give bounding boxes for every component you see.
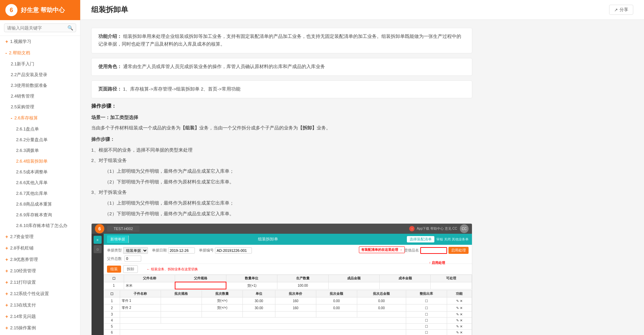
sidebar-item-label: 2.9优惠券管理 (10, 257, 38, 263)
step3-1: （1）上部明细为父件明细，最终作为原材料生成某它出库单； (91, 199, 472, 208)
annotation-assembly: ← 组装业务、拆卸业务在这里切换 (147, 267, 198, 272)
role-label: 使用角色： (98, 64, 122, 69)
sidebar: 6 好生意 帮助中心 🔍 + 1.视频学习 - 2.帮助文档 2.1新手入门 2… (0, 0, 80, 335)
col-available: 可处理 (431, 275, 472, 282)
expand-icon: + (5, 280, 8, 285)
screenshot-header-bar: 新增单据 组装拆卸单 选择装配清单 审核 关闭 其他业务单 (104, 234, 472, 245)
assembly-btn[interactable]: 组装 (107, 266, 121, 273)
nav-section: + 1.视频学习 - 2.帮助文档 2.1新手入门 2.2产品安装及登录 2.3… (0, 36, 80, 334)
form-input-date[interactable] (168, 247, 195, 254)
app-logo: 6 (95, 224, 104, 233)
disassembly-btn[interactable]: 拆卸 (123, 265, 138, 273)
sidebar-item-video-learning[interactable]: + 1.视频学习 (0, 36, 80, 47)
screenshot-area: 6 TEST-H002 ! App下载 帮助中心 意见 CC CC (91, 223, 472, 335)
sidebar-item-sales[interactable]: 2.4销售管理 (0, 91, 80, 102)
sub-table-row: 4 ☐ ✎ ✕ (104, 318, 472, 324)
screenshot-title: 组装拆卸单 (258, 236, 278, 242)
share-icon: ↗ (614, 7, 618, 12)
steps-content: 场景一：加工类型选择 当由多个子件材料组装成一个成品的业务为【组装】业务，当由一… (91, 113, 472, 218)
sidebar-item-account-error[interactable]: 2.6.10库存账本错了怎么办 (0, 220, 80, 231)
sidebar-item-coupon[interactable]: + 2.9优惠券管理 (0, 254, 80, 265)
share-button[interactable]: ↗ 分享 (609, 5, 633, 15)
mini-sidebar-icon[interactable]: ≡ (94, 236, 102, 244)
sidebar-item-data-prep[interactable]: 2.3使用前数据准备 (0, 80, 80, 91)
collapse-icon: - (5, 50, 7, 56)
mini-sidebar-icon2[interactable]: ⊙ (94, 245, 102, 253)
sidebar-item-partial-stocktake[interactable]: 2.6.2分量盘点单 (0, 134, 80, 145)
form-input-number[interactable] (215, 247, 252, 254)
search-icon[interactable]: 🔍 (67, 25, 73, 31)
table-row: 1 米米 货(+1) 100.00 (104, 282, 472, 289)
brand-name: 好生意 帮助中心 (21, 6, 65, 14)
ops-title: 操作步骤： (91, 103, 472, 109)
scene1-desc: 当由多个子件材料组装成一个成品的业务为【组装】业务，当由一个父件拆分成多个子产品… (91, 124, 472, 132)
role-text: 通常由生产人员或库管人员完成折装业务的操作，库管人员确认原材料的出库和产成品的入… (123, 64, 325, 69)
step1: 1、根据不同的业务，选择不同单据的类型来处理 (91, 146, 472, 155)
form-input-goods[interactable] (420, 247, 447, 254)
expand-icon: + (5, 291, 8, 296)
article-content: 功能介绍： 组装拆卸单用来处理企业组装或拆卸等加工业务，支持有固定装配清单的产品… (80, 20, 483, 335)
sidebar-item-transfer[interactable]: 2.6.3调拨单 (0, 145, 80, 156)
expand-icon: + (5, 245, 8, 251)
sidebar-item-assembly[interactable]: 2.6.4组装拆卸单 (0, 156, 80, 167)
intro-label: 功能介绍： (98, 34, 122, 39)
form-field-date: 单据日期 (152, 247, 195, 254)
notification-icon: ! (409, 226, 415, 231)
sidebar-item-cost-recalc[interactable]: 2.6.8商品成本重算 (0, 199, 80, 210)
sidebar-item-purchase[interactable]: 2.5采购管理 (0, 102, 80, 112)
step2: 2、对于组装业务 (91, 156, 472, 165)
sub-table-row: 2 零件 2 货(+/+) 30.00 160 0.00 0.00 (104, 304, 472, 312)
subcol-child-name: 子件名称 (120, 290, 161, 297)
step2-1: （1）上部明细为父件明细，最终作为产成品生成某它入库单； (91, 167, 472, 176)
sidebar-item-case[interactable]: + 2.15操作案例 (0, 322, 80, 334)
sidebar-item-cost-adjust[interactable]: 2.6.5成本调整单 (0, 167, 80, 177)
sidebar-item-help-docs[interactable]: - 2.帮助文档 (0, 47, 80, 59)
search-input[interactable] (7, 25, 67, 31)
subcol-func: 功能 (447, 290, 472, 297)
form-select-type[interactable]: 组装单据 拆卸单据 (123, 247, 148, 254)
sidebar-item-other-outbound[interactable]: 2.6.7其他出库单 (0, 188, 80, 199)
sidebar-item-stocktake[interactable]: 2.6.1盘点单 (0, 124, 80, 134)
sidebar-item-mobile[interactable]: + 2.8手机旺铺 (0, 242, 80, 254)
expand-icon: + (5, 39, 8, 44)
main-content: 组装拆卸单 ↗ 分享 功能介绍： 组装拆卸单用来处理企业组装或拆卸等加工业务，支… (80, 0, 644, 335)
choose-config-btn[interactable]: 选择装配清单 (407, 236, 434, 242)
sidebar-item-install[interactable]: 2.2产品安装及登录 (0, 69, 80, 80)
sidebar-item-label: 2.7资金管理 (10, 234, 34, 240)
sidebar-item-management[interactable]: + 2.10经营管理 (0, 265, 80, 277)
sidebar-item-personalize[interactable]: + 2.12系统个性化设置 (0, 288, 80, 299)
app-topbar-text: App下载 帮助中心 意见 CC (417, 226, 457, 231)
path-label: 页面路径： (98, 87, 122, 92)
approve-btn[interactable]: 启用处理 (448, 247, 469, 254)
sidebar-item-online-pay[interactable]: + 2.13在线支付 (0, 299, 80, 311)
main-header: 组装拆卸单 ↗ 分享 (80, 0, 644, 20)
step3: 3、对于拆装业务 (91, 188, 472, 197)
sidebar-item-inventory[interactable]: - 2.6库存核算 (0, 112, 80, 124)
scene1-title: 场景一：加工类型选择 (91, 115, 138, 120)
sidebar-item-label: 2.15操作案例 (10, 325, 36, 331)
sidebar-item-inventory-account[interactable]: 2.6.9库存账本查询 (0, 210, 80, 220)
sidebar-item-other-inbound[interactable]: 2.6.6其他入库单 (0, 177, 80, 188)
sidebar-item-label: 2.6库存核算 (14, 115, 38, 121)
sidebar-item-label: 2.13在线支付 (10, 302, 36, 308)
app-topbar-item[interactable]: TEST-H002 (107, 226, 140, 232)
annotation-enable: ↑ 启用处理 (429, 261, 445, 265)
sidebar-header: 6 好生意 帮助中心 (0, 0, 80, 20)
user-avatar[interactable]: CC (460, 224, 469, 233)
sub-table-row: 6 ☐ ✎ ✕ (104, 330, 472, 335)
subcol-batch-spec: 批次规格 (161, 290, 202, 297)
subcol-total: 批次总金额 (357, 290, 406, 297)
tab-new-order[interactable]: 新增单据 (107, 235, 129, 243)
sidebar-item-faq[interactable]: + 2.14常见问题 (0, 311, 80, 322)
col-count: 生产数量 (277, 275, 328, 282)
sidebar-item-label: 2.帮助文档 (9, 50, 30, 56)
intro-text: 组装拆卸单用来处理企业组装或拆卸等加工业务，支持有固定装配清单的产品加工业务，也… (98, 34, 461, 47)
col-parent-spec: 父件规格 (175, 275, 226, 282)
sidebar-item-print[interactable]: + 2.11打印设置 (0, 277, 80, 288)
form-input-total[interactable] (124, 256, 141, 262)
sidebar-item-finance[interactable]: + 2.7资金管理 (0, 231, 80, 242)
sidebar-item-newcomer[interactable]: 2.1新手入门 (0, 59, 80, 69)
role-block: 使用角色： 通常由生产人员或库管人员完成折装业务的操作，库管人员确认原材料的出库… (91, 58, 472, 76)
subcol-batch-qty: 批次数量 (202, 290, 243, 297)
form-field-number: 单据编号 (199, 247, 252, 254)
